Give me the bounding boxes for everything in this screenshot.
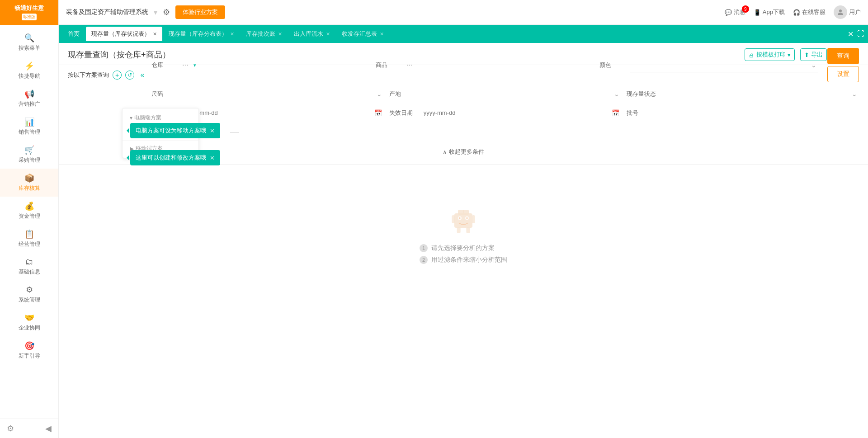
tooltip2-close[interactable]: ✕ [210,155,215,161]
tab-inout-flow-label: 出入库流水 [294,30,323,38]
expire-date-calendar-icon[interactable]: 📅 [612,109,619,117]
tab-inventory-dist[interactable]: 现存量（库存分布表） ✕ [163,27,240,41]
scheme-tooltip-2: 这里可以创建和修改方案哦 ✕ [130,150,220,165]
app-download-label: App下载 [763,8,785,16]
close-tab-batch-account[interactable]: ✕ [278,31,282,37]
sidebar-item-marketing[interactable]: 📢 营销推广 [0,85,58,113]
tooltip2-text: 这里可以创建和修改方案哦 [136,154,206,162]
topbar: 装备及固定资产辅助管理系统 ▾ ⚙ 体验行业方案 💬 消息 9 📱 App下载 … [59,0,868,25]
batch-input[interactable] [657,106,859,120]
sidebar-item-finance[interactable]: 💰 资金管理 [0,197,58,225]
close-tab-inventory-status[interactable]: ✕ [153,31,157,37]
empty-num-1: 1 [420,244,428,252]
svg-point-7 [466,217,467,219]
app-download-btn[interactable]: 📱 App下载 [754,8,785,16]
sidebar-item-quick-nav[interactable]: ⚡ 快捷导航 [0,57,58,85]
produce-date-input[interactable] [182,106,384,120]
close-tab-inventory-dist[interactable]: ✕ [230,31,234,37]
color-select-wrapper [630,58,818,72]
sidebar-item-purchase[interactable]: 🛒 采购管理 [0,141,58,169]
phone-icon: 📱 [754,9,761,16]
empty-illustration [445,201,481,237]
stock-status-select-wrapper [660,87,859,101]
sidebar-item-label: 采购管理 [19,156,40,164]
tab-collect-summary[interactable]: 收发存汇总表 ✕ [336,27,389,41]
goods-label: 商品 [376,61,403,69]
online-service-label: 在线客服 [802,8,826,16]
sidebar-bottom: ⚙ ◀ [0,419,58,438]
message-btn[interactable]: 💬 消息 9 [725,8,745,16]
system-name: 装备及固定资产辅助管理系统 [66,8,148,16]
produce-date-calendar-icon[interactable]: 📅 [374,109,382,117]
sidebar-item-inventory[interactable]: 📦 库存核算 [0,169,58,197]
guide-icon: 🎯 [24,341,34,351]
tab-batch-account[interactable]: 库存批次账 ✕ [241,27,288,41]
expire-date-field: 失效日期 📅 [389,106,622,120]
enterprise-icon: 🤝 [24,313,34,323]
user-avatar[interactable]: 用户 [834,5,861,19]
color-select[interactable] [630,58,818,72]
sidebar-item-basic[interactable]: 🗂 基础信息 [0,253,58,280]
sidebar-item-enterprise[interactable]: 🤝 企业协同 [0,308,58,336]
size-select[interactable] [182,87,384,101]
scheme-list-title-pc: ▾ 电脑端方案 [123,112,198,123]
filter-add-btn[interactable]: + [113,71,122,80]
message-icon: 💬 [725,9,732,16]
sales-icon: 📊 [24,117,34,127]
sidebar-item-search[interactable]: 🔍 搜索菜单 [0,28,58,57]
close-tab-inout-flow[interactable]: ✕ [326,31,330,37]
filter-row-2: 尺码 产地 现存量状态 [151,87,859,101]
warehouse-dropdown[interactable]: ▾ [193,62,196,68]
scheme-divider [123,141,198,141]
expire-date-wrapper: 📅 [420,106,622,120]
tab-close-all-icon[interactable]: ✕ [848,30,854,38]
tooltip1-close[interactable]: ✕ [210,127,215,134]
sidebar-item-operations[interactable]: 📋 经营管理 [0,225,58,253]
batch-label: 批号 [627,109,654,117]
empty-hint-1: 1 请先选择要分析的方案 [420,244,507,252]
empty-num-2: 2 [420,256,428,264]
size-field: 尺码 [151,87,384,101]
svg-rect-8 [452,215,454,223]
marketing-icon: 📢 [24,89,34,99]
sidebar-item-sales[interactable]: 📊 销售管理 [0,113,58,141]
sidebar-item-label: 快捷导航 [19,72,40,80]
close-tab-collect-summary[interactable]: ✕ [380,31,384,37]
settings-icon[interactable]: ⚙ [7,424,14,433]
content-area: 现存量查询（按仓库+商品） 🖨 按模板打印 ▾ ⬆ 导出 ↺ 刷新 [59,43,868,438]
stock-qty-field: 现存量（主） [151,125,859,139]
filter-refresh-btn[interactable]: ↺ [125,71,134,80]
sidebar-item-label: 系统管理 [19,296,40,304]
svg-point-0 [839,9,842,12]
filter-row-1: 仓库 ··· ▾ 商品 ··· 颜色 [151,48,859,82]
tab-inventory-status[interactable]: 现存量（库存状况表） ✕ [86,27,162,41]
collapse-icon[interactable]: ◀ [45,424,52,433]
reset-btn[interactable]: 设置 [827,66,859,82]
sidebar-logo-text: 畅通好生意 [14,5,44,12]
tab-home[interactable]: 首页 [62,27,85,41]
empty-hint-2-text: 用过滤条件来缩小分析范围 [431,256,507,264]
sidebar-item-guide[interactable]: 🎯 新手引导 [0,336,58,364]
topbar-gear-icon[interactable]: ⚙ [163,7,170,17]
topbar-right: 💬 消息 9 📱 App下载 🎧 在线客服 用户 [725,5,861,19]
industry-solution-btn[interactable]: 体验行业方案 [175,5,225,19]
query-btn[interactable]: 查询 [827,48,859,64]
sidebar-item-system[interactable]: ⚙ 系统管理 [0,280,58,308]
svg-rect-9 [472,215,475,223]
online-service-btn[interactable]: 🎧 在线客服 [793,8,826,16]
filter-row-3: 生产日期 📅 失效日期 📅 [151,106,859,120]
expire-date-input[interactable] [420,106,622,120]
sidebar-item-label: 新手引导 [19,352,40,360]
system-icon: ⚙ [26,285,33,295]
finance-icon: 💰 [24,201,34,211]
stock-status-field: 现存量状态 [627,87,859,101]
stock-status-select[interactable] [660,87,859,101]
tab-inout-flow[interactable]: 出入库流水 ✕ [288,27,335,41]
user-label: 用户 [849,8,861,16]
tabbar: 首页 现存量（库存状况表） ✕ 现存量（库存分布表） ✕ 库存批次账 ✕ 出入库… [59,25,868,43]
filter-fields: 仓库 ··· ▾ 商品 ··· 颜色 [151,48,859,139]
origin-select[interactable] [420,87,622,101]
tab-collect-summary-label: 收发存汇总表 [342,30,377,38]
tab-maximize-icon[interactable]: ⛶ [857,30,864,38]
filter-back-btn[interactable]: « [138,71,147,80]
